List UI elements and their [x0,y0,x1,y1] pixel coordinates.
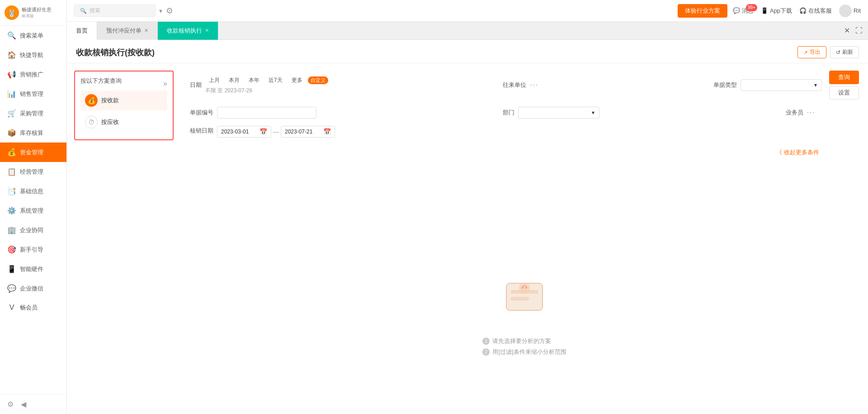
refresh-icon: ↺ [836,49,840,56]
tab-receipt-label: 收款核销执行 [167,27,202,35]
sidebar-item-system[interactable]: ⚙️ 系统管理 [0,201,66,220]
filter-row-3: 核销日期 2023-03-01 📅 — 2023-07-21 📅 [190,124,859,138]
by-receipt-icon: 💰 [85,94,98,107]
tab-bar: 首页 预付冲应付单 ✕ 收款核销执行 ✕ ✕ ⛶ [67,22,868,40]
department-label: 部门 [503,109,514,117]
settings-gear-icon[interactable]: ⚙ [166,6,173,16]
tab-receipt-close-icon[interactable]: ✕ [205,28,209,33]
salesperson-label: 业务员 [786,109,803,117]
sidebar-item-guide[interactable]: 🎯 新手引导 [0,240,66,259]
sidebar-item-inventory[interactable]: 📦 库存核算 [0,123,66,143]
sidebar-item-quick-nav[interactable]: 🏠 快捷导航 [0,45,66,65]
tab-home[interactable]: 首页 [67,22,97,40]
query-panel: 按以下方案查询 » 💰 按收款 ⏱ 按应收 [74,71,174,140]
sidebar-item-search[interactable]: 🔍 搜索菜单 [0,26,66,45]
counterpart-ellipsis[interactable]: ··· [530,81,538,89]
sidebar-label-wechat: 企业微信 [20,285,43,293]
sidebar-item-finance[interactable]: 💰 资金管理 [0,143,66,162]
svg-point-4 [522,287,524,289]
query-option-by-receivable[interactable]: ⏱ 按应收 [80,112,167,132]
query-panel-collapse-icon[interactable]: » [163,80,167,88]
sidebar-item-member[interactable]: V 畅会员 [0,298,66,317]
service-action[interactable]: 🎧 在线客服 [799,7,832,15]
department-select[interactable]: ▾ [518,107,599,119]
verification-date-filter-item: 核销日期 2023-03-01 📅 — 2023-07-21 📅 [190,124,335,138]
search-box[interactable]: 🔍 搜索 [74,5,156,17]
header-actions: 💬 消息 99+ 📱 App下载 🎧 在线客服 Rit [733,5,861,17]
tip-num-1: 1 [482,338,490,345]
tab-receipt-offset[interactable]: 收款核销执行 ✕ [158,22,218,40]
verification-date-range: 2023-03-01 📅 — 2023-07-21 📅 [217,126,335,138]
page-content: 收款核销执行(按收款) ↗ 导出 ↺ 刷新 按以下方案查询 » [67,40,868,414]
sidebar-item-basic-info[interactable]: 📑 基础信息 [0,181,66,201]
settings-icon[interactable]: ⚙ [7,400,14,409]
sidebar-item-hardware[interactable]: 📱 智能硬件 [0,259,66,279]
tab-close-all-btn[interactable]: ✕ [842,24,852,37]
date-btn-more[interactable]: 更多 [288,76,306,85]
salesperson-filter-item: 业务员 ··· [786,109,816,117]
salesperson-ellipsis[interactable]: ··· [807,109,816,117]
user-name: Rit [854,7,861,14]
date-btn-7days[interactable]: 近7天 [265,76,286,85]
query-button[interactable]: 查询 [829,71,859,84]
department-select-arrow-icon: ▾ [592,109,594,116]
verification-date-start[interactable]: 2023-03-01 📅 [217,126,271,138]
sidebar-icon-finance: 💰 [7,148,16,157]
app-icon: 📱 [761,7,768,14]
dropdown-arrow-icon[interactable]: ▾ [159,7,162,14]
sidebar-item-enterprise[interactable]: 🏢 企业协同 [0,220,66,240]
date-btn-last-month[interactable]: 上月 [205,76,223,85]
refresh-button[interactable]: ↺ 刷新 [830,46,859,58]
search-icon: 🔍 [80,8,87,14]
app-label: App下载 [770,7,792,15]
filter-row-2: 单据编号 部门 ▾ 业务 [190,107,859,119]
sidebar-item-sales[interactable]: 📊 销售管理 [0,84,66,104]
settings-button[interactable]: 设置 [829,86,859,100]
sidebar-item-operations[interactable]: 📋 经营管理 [0,162,66,181]
refresh-label: 刷新 [842,48,853,56]
svg-point-5 [525,287,527,289]
tab-prepay[interactable]: 预付冲应付单 ✕ [97,22,158,40]
filter-form: 日期 上月 本月 本年 近7天 更多 自定义 [181,63,868,219]
app-download-action[interactable]: 📱 App下载 [761,7,792,15]
document-type-select[interactable]: ▾ [741,79,822,91]
sidebar-icon-hardware: 📱 [7,265,16,273]
verification-date-end[interactable]: 2023-07-21 📅 [281,126,335,138]
calendar-end-icon[interactable]: 📅 [323,128,331,135]
collapse-sidebar-icon[interactable]: ◀ [21,400,26,409]
sidebar-label-guide: 新手引导 [20,246,43,254]
logo-badge: 标准版 [22,13,52,19]
department-filter-item: 部门 ▾ [503,107,599,119]
sidebar-item-wechat[interactable]: 💬 企业微信 [0,279,66,298]
search-placeholder: 搜索 [90,7,100,14]
date-custom-badge[interactable]: 自定义 [308,76,328,84]
sidebar-icon-quick-nav: 🏠 [7,51,16,59]
page-title-bar: 收款核销执行(按收款) ↗ 导出 ↺ 刷新 [67,40,868,63]
solution-button[interactable]: 体验行业方案 [678,4,727,18]
date-btn-this-year[interactable]: 本年 [245,76,263,85]
empty-tips: 1 请先选择要分析的方案 2 用[过滤]条件来缩小分析范围 [482,337,566,359]
sidebar-label-member: 畅会员 [20,304,38,312]
date-btn-this-month[interactable]: 本月 [225,76,243,85]
tab-home-label: 首页 [76,27,88,35]
collapse-more-btn[interactable]: 《 收起更多条件 [776,147,819,158]
receipt-number-input[interactable] [217,107,316,119]
date-filter-item: 日期 上月 本月 本年 近7天 更多 自定义 [190,76,328,95]
export-button[interactable]: ↗ 导出 [797,46,826,58]
sidebar-item-marketing[interactable]: 📢 营销推广 [0,65,66,84]
tab-prepay-close-icon[interactable]: ✕ [144,28,148,33]
sidebar-icon-operations: 📋 [7,167,16,176]
query-option-by-receipt[interactable]: 💰 按收款 [80,90,167,110]
filter-area: 按以下方案查询 » 💰 按收款 ⏱ 按应收 日 [67,63,868,414]
user-profile[interactable]: Rit [839,5,861,17]
export-label: 导出 [810,48,821,56]
sidebar-icon-sales: 📊 [7,90,16,98]
sidebar-item-purchase[interactable]: 🛒 采购管理 [0,104,66,123]
message-action[interactable]: 💬 消息 99+ [733,7,754,15]
tab-expand-btn[interactable]: ⛶ [854,25,864,37]
calendar-start-icon[interactable]: 📅 [259,128,267,135]
sidebar-logo: 🐰 畅捷通好生意 标准版 [0,0,66,26]
service-label: 在线客服 [808,7,832,15]
tip-num-2: 2 [482,348,490,356]
receipt-number-filter-item: 单据编号 [190,107,316,119]
